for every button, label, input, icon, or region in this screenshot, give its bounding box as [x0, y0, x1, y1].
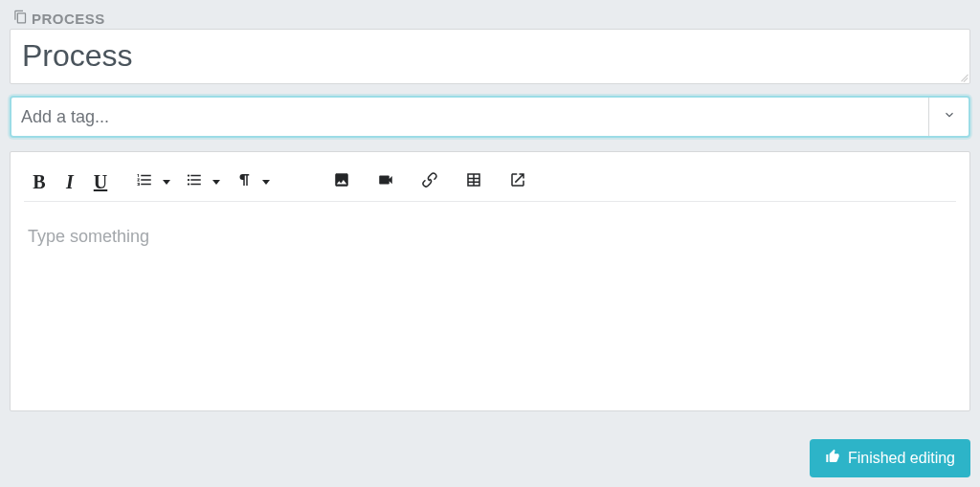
- insert-table-button[interactable]: [458, 167, 489, 198]
- italic-icon: I: [66, 171, 74, 193]
- ordered-list-dropdown[interactable]: [160, 180, 173, 185]
- bold-button[interactable]: B: [24, 167, 55, 198]
- ordered-list-icon: [136, 171, 153, 193]
- unordered-list-button[interactable]: [179, 167, 210, 198]
- image-icon: [333, 171, 350, 193]
- thumbs-up-icon: [825, 449, 840, 468]
- open-external-button[interactable]: [502, 167, 533, 198]
- table-group: [458, 167, 489, 198]
- link-group: [414, 167, 445, 198]
- link-icon: [421, 171, 438, 193]
- open-group: [502, 167, 533, 198]
- finished-editing-button[interactable]: Finished editing: [810, 439, 970, 477]
- underline-button[interactable]: U: [85, 167, 116, 198]
- video-icon: [377, 171, 394, 193]
- tag-field[interactable]: [10, 96, 970, 138]
- tag-input[interactable]: [21, 98, 928, 136]
- text-style-group: B I U: [24, 167, 116, 198]
- unordered-list-dropdown[interactable]: [210, 180, 223, 185]
- tag-dropdown-toggle[interactable]: [928, 98, 969, 136]
- chevron-down-icon: [943, 108, 956, 125]
- editor-content[interactable]: Type something: [24, 202, 956, 247]
- table-icon: [465, 171, 482, 193]
- underline-icon: U: [94, 171, 107, 193]
- external-link-icon: [509, 171, 526, 193]
- section-header-label: PROCESS: [32, 11, 105, 27]
- list-group: [129, 167, 273, 198]
- insert-image-button[interactable]: [326, 167, 357, 198]
- italic-button[interactable]: I: [55, 167, 85, 198]
- paragraph-icon: [235, 171, 253, 193]
- finished-editing-label: Finished editing: [848, 450, 955, 467]
- insert-link-button[interactable]: [414, 167, 445, 198]
- ordered-list-button[interactable]: [129, 167, 160, 198]
- insert-video-button[interactable]: [370, 167, 401, 198]
- unordered-list-icon: [186, 171, 203, 193]
- title-input[interactable]: Process: [11, 30, 969, 83]
- copy-icon: [13, 10, 28, 27]
- editor-toolbar: B I U: [24, 164, 956, 202]
- video-group: [370, 167, 401, 198]
- paragraph-format-dropdown[interactable]: [259, 180, 273, 185]
- resize-handle[interactable]: [958, 72, 968, 81]
- title-input-wrapper[interactable]: Process: [10, 29, 970, 84]
- bold-icon: B: [33, 171, 45, 193]
- paragraph-format-button[interactable]: [229, 167, 259, 198]
- editor-card: B I U: [10, 151, 970, 411]
- section-header: PROCESS: [13, 10, 970, 27]
- media-group: [326, 167, 357, 198]
